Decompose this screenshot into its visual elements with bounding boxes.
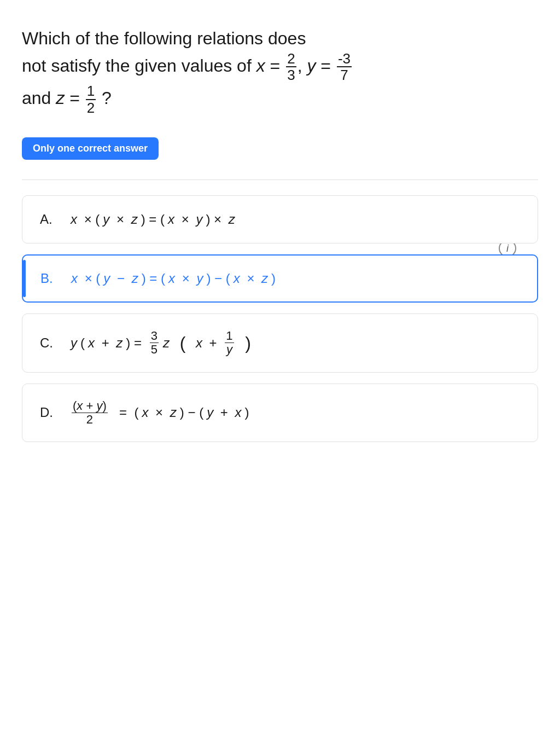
y-frac-den: 7 <box>339 67 349 83</box>
question-mark: ? <box>97 88 112 108</box>
y-frac-num: -3 <box>337 51 352 68</box>
badge-label: Only one correct answer <box>33 143 148 154</box>
z-frac-den: 2 <box>86 100 96 116</box>
option-a-content: x × (y × z) = (x × y) × z <box>71 212 235 227</box>
answer-type-badge: Only one correct answer <box>22 137 159 160</box>
x-fraction: 23 <box>286 51 296 83</box>
option-c-bar <box>22 318 25 367</box>
option-d-bar <box>22 388 25 437</box>
option-a[interactable]: A. x × (y × z) = (x × y) × z <box>22 195 538 243</box>
option-d[interactable]: D. (x + y)2 = (x × z) − (y + x) <box>22 384 538 442</box>
info-icon: i <box>506 243 509 254</box>
comma-y: , y = <box>298 56 336 76</box>
option-a-label: A. <box>40 212 57 227</box>
z-frac-num: 1 <box>86 83 96 100</box>
options-container: A. x × (y × z) = (x × y) × z B. x × (y −… <box>22 195 538 442</box>
option-b-content: x × (y − z) = (x × y) − (x × z) <box>71 271 276 286</box>
option-b-label: B. <box>40 271 58 286</box>
c-fraction-1y: 1y <box>225 329 234 356</box>
x-frac-den: 3 <box>286 67 296 83</box>
question-text: Which of the following relations doesnot… <box>22 26 538 115</box>
and-z: and z = <box>22 88 85 108</box>
option-b[interactable]: B. x × (y − z) = (x × y) − (x × z) <box>22 254 538 303</box>
question-section: Which of the following relations doesnot… <box>22 26 538 180</box>
option-b-bar <box>23 260 26 297</box>
option-c-label: C. <box>40 335 57 351</box>
option-c-content: y(x + z) = 35z ( x + 1y ) <box>71 329 251 356</box>
divider <box>22 179 538 180</box>
option-c[interactable]: C. y(x + z) = 35z ( x + 1y ) <box>22 314 538 372</box>
y-fraction: -37 <box>337 51 352 83</box>
option-a-bar <box>22 200 25 239</box>
d-fraction-xy2: (x + y)2 <box>72 399 108 426</box>
question-line1: Which of the following relations doesnot… <box>22 28 306 76</box>
c-fraction-35: 35 <box>150 329 159 356</box>
z-fraction: 12 <box>86 83 96 115</box>
option-d-content: (x + y)2 = (x × z) − (y + x) <box>71 399 249 426</box>
option-d-label: D. <box>40 405 57 420</box>
x-frac-num: 2 <box>286 51 296 68</box>
